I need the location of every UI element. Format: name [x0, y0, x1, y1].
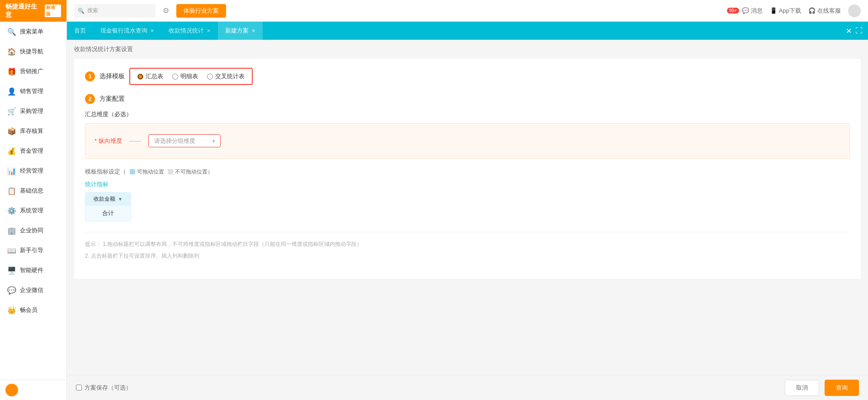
dimension-row: * 纵向维度 —— 请选择分组维度 [94, 134, 840, 147]
topbar-right: 99+ 💬 消息 📱 App下载 🎧 在线客服 [727, 5, 861, 17]
sidebar-item-inventory[interactable]: 📦 库存核算 [0, 121, 66, 141]
sidebar-icon-enterprise: 🏢 [7, 226, 16, 235]
footer: 方案保存（可选） 取消 查询 [67, 375, 868, 400]
tab-bank-flow[interactable]: 现金银行流水查询✕ [93, 22, 161, 40]
movable-label: 可拖动位置 [137, 168, 164, 176]
dimension-select-wrap: 请选择分组维度 [148, 134, 221, 147]
edition-badge: 标准版 [45, 5, 61, 17]
metrics-table: 收款金额 ▼ 合计 [85, 192, 131, 221]
sidebar-label-wechat: 企业微信 [20, 286, 43, 294]
sidebar-bottom [0, 380, 66, 400]
step2-badge: 2 [85, 94, 95, 104]
sidebar-item-fund[interactable]: 💰 资金管理 [0, 141, 66, 161]
metrics-section-label: 统计指标 [85, 180, 850, 188]
maximize-icon[interactable]: ⛶ [855, 27, 863, 35]
radio-summary[interactable]: 汇总表 [137, 72, 163, 80]
query-button[interactable]: 查询 [825, 380, 859, 396]
sidebar-item-purchase[interactable]: 🛒 采购管理 [0, 101, 66, 121]
close-window-icon[interactable]: ✕ [846, 27, 852, 35]
step2-title: 方案配置 [99, 95, 125, 103]
sidebar-item-hardware[interactable]: 🖥️ 智能硬件 [0, 260, 66, 280]
sidebar-label-enterprise: 企业协同 [20, 226, 43, 235]
sidebar-item-member[interactable]: 👑 畅会员 [0, 300, 66, 320]
tab-close-bank-flow[interactable]: ✕ [150, 28, 154, 34]
sidebar-label-quick-nav: 快捷导航 [20, 47, 43, 56]
sidebar-item-enterprise[interactable]: 🏢 企业协同 [0, 221, 66, 240]
sidebar-icon-quick-nav: 🏠 [7, 47, 16, 56]
online-service-button[interactable]: 🎧 在线客服 [808, 7, 841, 15]
step1-badge: 1 [85, 71, 95, 81]
step1-title: 选择模板 [99, 72, 125, 80]
logo-text: 畅捷通好生意 [5, 3, 43, 19]
online-service-label: 在线客服 [817, 7, 841, 15]
notification-button[interactable]: 99+ 💬 消息 [727, 7, 763, 15]
sidebar-label-basic-info: 基础信息 [20, 187, 43, 195]
sidebar-item-basic-info[interactable]: 📋 基础信息 [0, 181, 66, 201]
sidebar-label-sales: 销售管理 [20, 87, 43, 95]
step1-section: 1 选择模板 汇总表 明细表 交叉统计表 [85, 68, 850, 85]
industry-plan-button[interactable]: 体验行业方案 [176, 4, 226, 18]
sidebar-icon-member: 👑 [7, 306, 16, 315]
sidebar-label-search-menu: 搜索菜单 [20, 28, 43, 36]
radio-detail[interactable]: 明细表 [172, 72, 198, 80]
sidebar-icon-system: ⚙️ [7, 207, 16, 215]
vertical-dimension-label: * 纵向维度 [94, 137, 122, 145]
sidebar-item-guide[interactable]: 📖 新手引导 [0, 240, 66, 260]
save-checkbox[interactable] [76, 385, 82, 391]
notification-icon: 💬 [742, 7, 749, 14]
sidebar-logo: 畅捷通好生意 标准版 [0, 0, 66, 22]
dimension-select[interactable]: 请选择分组维度 [148, 134, 221, 147]
radio-cross[interactable]: 交叉统计表 [207, 72, 245, 80]
search-icon: 🔍 [78, 8, 85, 14]
topbar-search-box[interactable]: 🔍 搜索 [74, 4, 156, 18]
sidebar-icon-basic-info: 📋 [7, 187, 16, 195]
sidebar-icon-guide: 📖 [7, 246, 16, 255]
sidebar-item-system[interactable]: ⚙️ 系统管理 [0, 201, 66, 221]
tab-collection-stats[interactable]: 收款情况统计✕ [161, 22, 218, 40]
tab-new-plan[interactable]: 新建方案✕ [218, 22, 263, 40]
sidebar-label-system: 系统管理 [20, 207, 43, 215]
app-download-button[interactable]: 📱 App下载 [770, 7, 801, 15]
tab-close-collection-stats[interactable]: ✕ [207, 28, 211, 34]
sidebar-item-operation[interactable]: 📊 经营管理 [0, 161, 66, 181]
sidebar-item-wechat[interactable]: 💬 企业微信 [0, 280, 66, 300]
tab-label-new-plan: 新建方案 [225, 27, 249, 35]
radio-summary-input[interactable] [137, 74, 143, 80]
sidebar-item-quick-nav[interactable]: 🏠 快捷导航 [0, 42, 66, 61]
radio-detail-input[interactable] [172, 74, 178, 80]
dimension-arrow: —— [129, 137, 141, 144]
notification-badge: 99+ [727, 8, 739, 14]
sidebar-label-guide: 新手引导 [20, 246, 43, 254]
page-title: 收款情况统计方案设置 [74, 45, 861, 53]
radio-detail-label: 明细表 [180, 72, 198, 80]
sidebar: 畅捷通好生意 标准版 🔍 搜索菜单 🏠 快捷导航 🎁 营销推广 👤 销售管理 🛒… [0, 0, 67, 400]
user-avatar-topbar[interactable] [848, 5, 861, 17]
notification-label: 消息 [751, 7, 763, 15]
tab-label-home: 首页 [74, 27, 86, 35]
main-area: 🔍 搜索 ⚙ 体验行业方案 99+ 💬 消息 📱 App下载 🎧 在线客服 首页… [67, 0, 868, 400]
tab-bar: 首页现金银行流水查询✕收款情况统计✕新建方案✕ ✕ ⛶ [67, 22, 868, 40]
tab-home[interactable]: 首页 [67, 22, 93, 40]
sidebar-label-hardware: 智能硬件 [20, 266, 43, 274]
radio-cross-input[interactable] [207, 74, 213, 80]
sidebar-item-sales[interactable]: 👤 销售管理 [0, 81, 66, 101]
non-movable-dot-icon [168, 169, 173, 174]
tab-close-new-plan[interactable]: ✕ [251, 28, 255, 34]
tab-label-bank-flow: 现金银行流水查询 [100, 27, 147, 35]
sidebar-icon-fund: 💰 [7, 147, 16, 155]
movable-badge: 可拖动位置 [130, 168, 164, 176]
sidebar-label-marketing: 营销推广 [20, 67, 43, 75]
settings-gear-icon[interactable]: ⚙ [163, 6, 169, 15]
metrics-setting-label: 模板指标设定（ [85, 168, 126, 176]
sidebar-icon-hardware: 🖥️ [7, 266, 16, 275]
metrics-col-label: 收款金额 [94, 195, 115, 203]
hint-1: 提示： 1.拖动标题栏可以调整布局，不可跨维度或指标区域拖动栏目字段（只能在同一… [85, 240, 850, 249]
cancel-button[interactable]: 取消 [785, 380, 819, 396]
settings-card: 1 选择模板 汇总表 明细表 交叉统计表 [74, 59, 861, 279]
template-radio-group: 汇总表 明细表 交叉统计表 [129, 68, 253, 85]
sidebar-item-marketing[interactable]: 🎁 营销推广 [0, 61, 66, 81]
metrics-col-header[interactable]: 收款金额 ▼ [85, 193, 131, 206]
chevron-down-icon: ▼ [118, 197, 123, 202]
sidebar-icon-operation: 📊 [7, 167, 16, 175]
sidebar-item-search-menu[interactable]: 🔍 搜索菜单 [0, 22, 66, 42]
